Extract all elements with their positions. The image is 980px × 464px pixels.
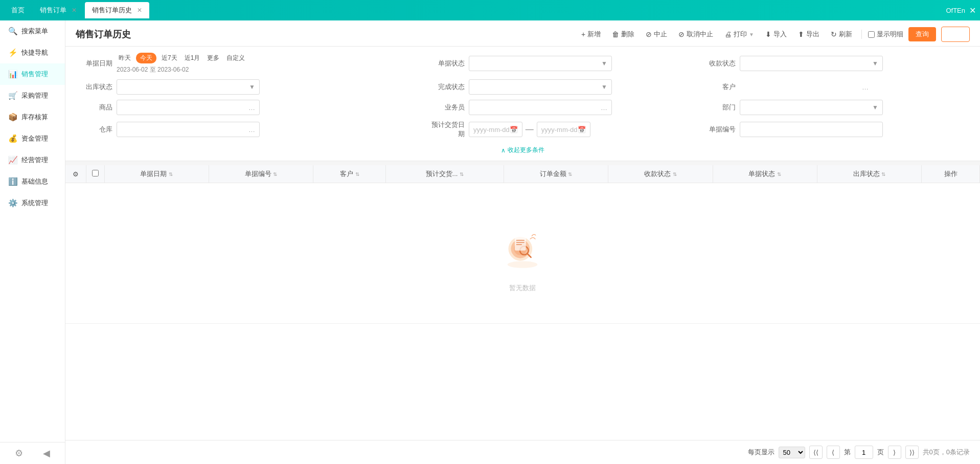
outbound-select[interactable]: ▼ — [117, 79, 260, 95]
sidebar-item-operations[interactable]: 📈 经营管理 — [0, 149, 65, 171]
product-field[interactable]: … — [117, 100, 260, 115]
gear-icon[interactable]: ⚙ — [73, 170, 79, 178]
doc-status-select[interactable]: ▼ — [469, 56, 612, 71]
per-page-select[interactable]: 50 10 20 100 — [779, 447, 805, 458]
th-delivery-date-label: 预计交货... — [426, 170, 458, 178]
collapse-label: 收起更多条件 — [508, 146, 544, 154]
collapse-filter-row[interactable]: ∧ 收起更多条件 — [76, 144, 970, 154]
sidebar-item-inventory[interactable]: 📦 库存核算 — [0, 106, 65, 128]
svg-point-0 — [508, 261, 537, 268]
salesperson-dots[interactable]: … — [601, 104, 607, 112]
sidebar-item-basic-info[interactable]: ℹ️ 基础信息 — [0, 171, 65, 192]
query-button[interactable]: 查询 — [908, 27, 936, 41]
first-page-icon: ⟨⟨ — [813, 449, 818, 456]
sidebar-item-operations-label: 经营管理 — [21, 156, 48, 165]
date-chip-today[interactable]: 今天 — [136, 53, 156, 63]
date-chip-yesterday[interactable]: 昨天 — [117, 53, 133, 63]
stop-button[interactable]: ⊘ 中止 — [643, 28, 670, 41]
th-doc-date[interactable]: 单据日期 ⇅ — [104, 165, 209, 183]
display-toggle[interactable]: 显示明细 — [868, 30, 903, 39]
pagination: 每页显示 50 10 20 100 ⟨⟨ ⟨ 第 页 ⟩ ⟩⟩ 共0页，0条记录 — [65, 440, 980, 464]
delivery-date-end[interactable]: yyyy-mm-dd 📅 — [537, 122, 590, 137]
dept-label: 部门 — [699, 103, 740, 112]
sidebar-item-sales[interactable]: 📊 销售管理 — [0, 63, 65, 85]
complete-label: 完成状态 — [428, 82, 469, 92]
warehouse-field[interactable]: … — [117, 122, 260, 137]
th-doc-number[interactable]: 单据编号 ⇅ — [209, 165, 313, 183]
customer-field[interactable]: … — [740, 79, 873, 95]
delivery-date-start[interactable]: yyyy-mm-dd 📅 — [469, 122, 522, 137]
tab-sales-history[interactable]: 销售订单历史 ✕ — [85, 2, 149, 18]
calendar-end-icon[interactable]: 📅 — [578, 126, 586, 134]
delete-button[interactable]: 🗑 删除 — [609, 28, 637, 41]
filter-row-1: 单据日期 昨天 今天 近7天 近1月 更多 自定义 2023-06-02 至 2… — [76, 53, 970, 74]
doc-number-field[interactable] — [740, 122, 883, 137]
sidebar-item-purchase[interactable]: 🛒 采购管理 — [0, 85, 65, 106]
add-button[interactable]: + 新增 — [578, 28, 604, 41]
topbar-close-icon[interactable]: ✕ — [969, 6, 976, 15]
search-menu-icon: 🔍 — [8, 27, 17, 36]
select-all-checkbox[interactable] — [92, 170, 99, 176]
next-page-button[interactable]: ⟩ — [888, 446, 901, 459]
display-toggle-label: 显示明细 — [877, 30, 903, 39]
last-page-button[interactable]: ⟩⟩ — [905, 446, 919, 459]
th-delivery-date[interactable]: 预计交货... ⇅ — [386, 165, 504, 183]
filter-unit-warehouse: 仓库 … — [76, 122, 428, 137]
th-gear[interactable]: ⚙ — [65, 165, 86, 183]
date-label: 单据日期 — [76, 59, 117, 68]
product-dots[interactable]: … — [248, 104, 255, 112]
complete-select[interactable]: ▼ — [469, 79, 612, 95]
print-button[interactable]: 🖨 打印 ▼ — [721, 28, 757, 41]
doc-status-label: 单据状态 — [428, 59, 469, 68]
th-payment-status-label: 收款状态 — [644, 170, 671, 178]
filter-unit-payment-status: 收款状态 ▼ — [699, 56, 970, 71]
th-outbound-status[interactable]: 出库状态 ⇅ — [817, 165, 921, 183]
sidebar-item-search[interactable]: 🔍 搜索菜单 — [0, 20, 65, 42]
th-order-amount[interactable]: 订单金额 ⇅ — [504, 165, 608, 183]
payment-status-select[interactable]: ▼ — [740, 56, 883, 71]
import-button[interactable]: ⬇ 导入 — [762, 28, 790, 41]
stop-icon: ⊘ — [646, 30, 652, 38]
settings-button[interactable]: 设置 — [941, 27, 970, 42]
th-customer[interactable]: 客户 ⇅ — [313, 165, 386, 183]
date-chip-1month[interactable]: 近1月 — [183, 53, 202, 63]
customer-dots[interactable]: … — [862, 83, 869, 91]
th-checkbox[interactable] — [86, 165, 104, 183]
sidebar-item-system[interactable]: ⚙️ 系统管理 — [0, 192, 65, 214]
tab-home[interactable]: 首页 — [4, 2, 32, 18]
export-button[interactable]: ⬆ 导出 — [795, 28, 823, 41]
page-number-input[interactable] — [855, 446, 873, 459]
export-label: 导出 — [806, 30, 819, 39]
calendar-start-icon[interactable]: 📅 — [510, 126, 518, 134]
th-doc-status[interactable]: 单据状态 ⇅ — [713, 165, 817, 183]
warehouse-dots[interactable]: … — [248, 126, 255, 134]
th-payment-status[interactable]: 收款状态 ⇅ — [608, 165, 713, 183]
first-page-button[interactable]: ⟨⟨ — [809, 446, 823, 459]
delivery-date-label: 预计交货日期 — [428, 120, 469, 139]
collapse-sidebar-icon[interactable]: ◀ — [43, 448, 50, 459]
filter-area: 单据日期 昨天 今天 近7天 近1月 更多 自定义 2023-06-02 至 2… — [65, 47, 980, 161]
dept-select[interactable]: ▼ — [740, 100, 883, 115]
tab-sales-history-close[interactable]: ✕ — [137, 7, 142, 14]
refresh-button[interactable]: ↻ 刷新 — [828, 28, 855, 41]
refresh-icon: ↻ — [831, 30, 837, 38]
cancel-stop-button[interactable]: ⊘ 取消中止 — [675, 28, 716, 41]
sidebar: 🔍 搜索菜单 ⚡ 快捷导航 📊 销售管理 🛒 采购管理 📦 库存核算 💰 资金管… — [0, 20, 65, 464]
tab-sales-order[interactable]: 销售订单 ✕ — [33, 2, 84, 18]
settings-bottom-icon[interactable]: ⚙ — [15, 448, 23, 459]
date-chip-7days[interactable]: 近7天 — [159, 53, 179, 63]
sidebar-item-quick[interactable]: ⚡ 快捷导航 — [0, 42, 65, 63]
date-chip-more[interactable]: 更多 — [205, 53, 221, 63]
tab-sales-order-label: 销售订单 — [40, 6, 66, 15]
date-chip-custom[interactable]: 自定义 — [224, 53, 247, 63]
th-doc-number-sort: ⇅ — [273, 171, 277, 177]
tab-sales-order-close[interactable]: ✕ — [72, 7, 77, 14]
sidebar-item-finance-label: 资金管理 — [21, 134, 48, 143]
sidebar-item-basic-info-label: 基础信息 — [21, 177, 48, 186]
display-toggle-checkbox[interactable] — [868, 31, 875, 38]
print-label: 打印 — [734, 30, 747, 39]
salesperson-field[interactable]: … — [469, 100, 612, 115]
sidebar-item-finance[interactable]: 💰 资金管理 — [0, 128, 65, 149]
prev-page-button[interactable]: ⟨ — [827, 446, 840, 459]
sales-icon: 📊 — [8, 70, 17, 79]
